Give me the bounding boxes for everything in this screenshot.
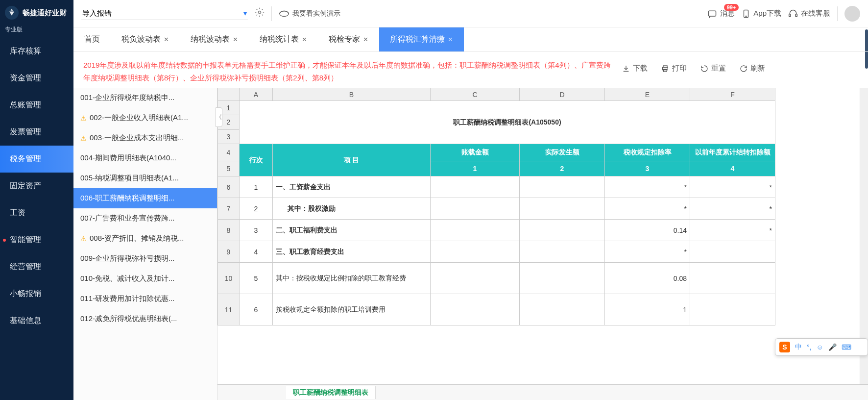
svg-rect-2 [709, 11, 716, 16]
customer-service[interactable]: 在线客服 [788, 9, 830, 19]
nav-item-0[interactable]: 库存核算 [0, 38, 73, 65]
nav-item-2[interactable]: 总账管理 [0, 92, 73, 119]
logo: 畅捷通好业财 [0, 0, 73, 25]
svg-rect-5 [789, 14, 791, 16]
col-header[interactable]: C [431, 88, 520, 101]
ime-logo-icon: S [779, 342, 790, 352]
demo-link[interactable]: 我要看实例演示 [279, 8, 340, 19]
nav-item-4[interactable]: 税务管理 [0, 146, 73, 173]
search-input[interactable] [82, 9, 240, 18]
tab-2[interactable]: 纳税波动表✕ [180, 27, 249, 51]
form-item-9[interactable]: 010-免税、减计收入及加计... [73, 269, 217, 289]
nav-item-8[interactable]: 经营管理 [0, 253, 73, 280]
collapse-handle[interactable]: 《 [216, 107, 222, 127]
form-item-7[interactable]: ⚠008-资产折旧、摊销及纳税... [73, 228, 217, 249]
close-icon[interactable]: ✕ [164, 36, 169, 43]
ime-punct-icon: °, [807, 343, 812, 351]
nav-item-10[interactable]: 基础信息 [0, 307, 73, 334]
form-item-3[interactable]: 004-期间费用明细表(A1040... [73, 148, 217, 168]
close-icon[interactable]: ✕ [363, 36, 368, 43]
nav-item-7[interactable]: 智能管理 [0, 226, 73, 253]
nav-item-5[interactable]: 固定资产 [0, 173, 73, 200]
svg-rect-6 [796, 14, 797, 16]
close-icon[interactable]: ✕ [302, 36, 307, 43]
form-item-6[interactable]: 007-广告费和业务宣传费跨... [73, 208, 217, 228]
print-button[interactable]: 打印 [661, 64, 687, 73]
messages[interactable]: 消息 99+ [707, 9, 735, 19]
tab-1[interactable]: 税负波动表✕ [111, 27, 180, 51]
warn-icon: ⚠ [80, 235, 87, 243]
tab-5[interactable]: 所得税汇算清缴✕ [379, 27, 464, 51]
form-item-0[interactable]: 001-企业所得税年度纳税申... [73, 88, 217, 108]
col-header[interactable]: E [605, 88, 690, 101]
col-header[interactable]: F [690, 88, 775, 101]
ime-widget[interactable]: S 中 °, ☺ 🎤 ⌨ [775, 338, 868, 356]
reset-button[interactable]: 重置 [700, 64, 726, 73]
ime-emoji-icon[interactable]: ☺ [817, 343, 823, 351]
warn-icon: ⚠ [80, 134, 87, 142]
topbar: ▾ 我要看实例演示 消息 99+ App下载 在线客服 [73, 0, 868, 27]
col-header[interactable]: B [273, 88, 431, 101]
form-item-8[interactable]: 009-企业所得税弥补亏损明... [73, 249, 217, 269]
sheet-tab[interactable]: 职工薪酬纳税调整明细表 [286, 386, 376, 399]
tab-4[interactable]: 税检专家✕ [318, 27, 379, 51]
spreadsheet[interactable]: ABCDEF1职工薪酬纳税调整明细表(A105050)234行次项 目账载金额实… [217, 88, 775, 325]
tab-0[interactable]: 首页 [73, 27, 111, 51]
ime-mic-icon[interactable]: 🎤 [828, 343, 837, 351]
form-item-2[interactable]: ⚠003-一般企业成本支出明细... [73, 128, 217, 148]
close-icon[interactable]: ✕ [448, 36, 453, 43]
svg-point-4 [746, 16, 747, 17]
notice-text: 2019年度涉及取以前年度结转数据的申报表单元格需要手工维护正确，才能保证本年及… [83, 59, 612, 84]
sidebar: 畅捷通好业财 专业版 库存核算资金管理总账管理发票管理税务管理固定资产工资智能管… [0, 0, 73, 400]
warn-icon: ⚠ [80, 114, 87, 122]
chevron-down-icon[interactable]: ▾ [243, 9, 247, 17]
form-item-11[interactable]: 012-减免所得税优惠明细表(... [73, 309, 217, 329]
form-item-5[interactable]: 006-职工薪酬纳税调整明细... [73, 188, 217, 208]
tabs: 首页税负波动表✕纳税波动表✕纳税统计表✕税检专家✕所得税汇算清缴✕ [73, 27, 868, 52]
form-item-1[interactable]: ⚠002-一般企业收入明细表(A1... [73, 108, 217, 128]
form-list: 001-企业所得税年度纳税申...⚠002-一般企业收入明细表(A1...⚠00… [73, 88, 217, 400]
form-item-4[interactable]: 005-纳税调整项目明细表(A1... [73, 168, 217, 188]
gear-icon[interactable] [255, 7, 265, 20]
logo-icon [5, 6, 19, 20]
nav-item-9[interactable]: 小畅报销 [0, 280, 73, 307]
search-box[interactable]: ▾ [81, 7, 248, 20]
col-header[interactable]: D [520, 88, 605, 101]
close-icon[interactable]: ✕ [233, 36, 238, 43]
nav-item-1[interactable]: 资金管理 [0, 65, 73, 92]
download-button[interactable]: 下载 [622, 64, 648, 73]
sheet-title: 职工薪酬纳税调整明细表(A105050) [240, 101, 775, 144]
msg-badge: 99+ [724, 4, 739, 11]
svg-point-0 [259, 11, 261, 14]
tab-3[interactable]: 纳税统计表✕ [249, 27, 318, 51]
edition: 专业版 [0, 25, 73, 38]
app-download[interactable]: App下载 [742, 9, 781, 19]
ime-keyboard-icon[interactable]: ⌨ [842, 343, 851, 351]
nav-item-6[interactable]: 工资 [0, 200, 73, 226]
avatar[interactable] [844, 6, 860, 22]
col-header[interactable]: A [240, 88, 273, 101]
form-item-10[interactable]: 011-研发费用加计扣除优惠... [73, 289, 217, 309]
nav-item-3[interactable]: 发票管理 [0, 119, 73, 146]
brand-name: 畅捷通好业财 [23, 8, 67, 18]
refresh-button[interactable]: 刷新 [740, 64, 765, 73]
